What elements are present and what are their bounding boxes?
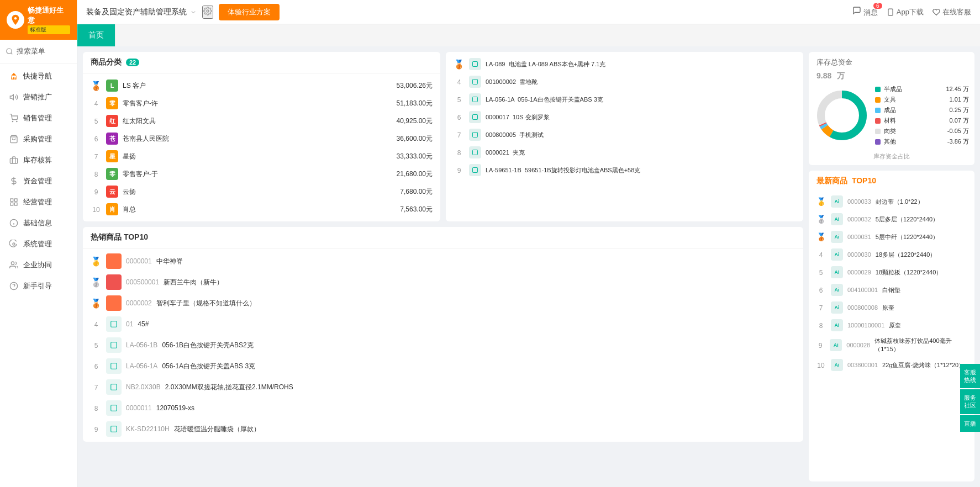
hot-name: 中华神脊 [156,257,183,266]
sidebar-item-home[interactable]: 快捷导航 [0,66,77,87]
hot-products-card: 热销商品 TOP10 🥇 0000001 中华神脊 🥈 000500001 新西… [83,227,803,442]
message-badge[interactable]: 6 消息 [852,6,878,18]
top-row: 商品分类 22 🥉 L LS 客户 53,006.26元 4 零 零售客户-许 … [83,52,803,221]
new-prod-name: 18颗粒板（1220*2440） [876,268,942,277]
app-download[interactable]: App下载 [887,7,924,17]
hot-name: 2.0X30MM双搓花轴,搓花直径2.1MM/ROHS [165,383,293,392]
sidebar-item-info[interactable]: 基础信息 [0,213,77,234]
tab-home[interactable]: 首页 [77,24,115,46]
new-prod-name: 封边带（1.0*22） [876,198,924,206]
sidebar-item-guide[interactable]: 新手引导 [0,276,77,297]
hot-product-img [106,337,122,353]
hot-name: 花语暖恒温分腿睡袋（厚款） [174,425,260,434]
legend-dot [875,108,881,113]
svg-rect-31 [111,384,117,390]
sidebar-item-collab[interactable]: 企业协同 [0,255,77,276]
sidebar-item-sales-label: 销售管理 [23,113,52,123]
message-label: 消息 [863,8,878,17]
legend-item: 肉类 -0.05 万 [875,126,969,136]
hot-rank-num: 🥈 [91,277,102,288]
rank-avatar: L [106,80,118,92]
chart-area: 半成品 12.45 万 文具 1.01 万 成品 0.25 万 材料 0.07 … [809,84,974,152]
product-img [469,111,481,123]
sidebar-item-marketing[interactable]: 营销推广 [0,87,77,108]
new-product-item: 6 Ai 004100001 白钢垫 [809,281,974,299]
new-prod-code: 0000031 [847,234,871,240]
rank-avatar: 云 [106,186,118,198]
new-prod-img: Ai [831,266,843,278]
hot-rank-num: 6 [91,362,102,370]
sidebar-item-system[interactable]: 系统管理 [0,234,77,255]
legend-label: 半成品 [884,85,946,93]
product-rank-item: 8 0000021 夹克 [446,144,803,161]
hot-product-img [106,274,122,290]
svg-point-3 [17,121,17,121]
hot-products-header: 热销商品 TOP10 [83,227,803,248]
product-img [469,76,481,88]
new-product-item: 9 Ai 0000028 体碱荔枝味苏打饮品400毫升（1*15） [809,334,974,356]
svg-rect-25 [473,133,478,137]
rank-number: 5 [454,96,465,104]
legend-item: 半成品 12.45 万 [875,84,969,94]
new-prod-rank: 🥇 [815,197,826,206]
rank-number: 8 [91,170,102,178]
rank-name: 红太阳文具 [123,117,392,126]
donut-chart [814,88,870,143]
legend-item: 成品 0.25 万 [875,105,969,115]
rank-number: 10 [91,205,102,214]
customer-rank-item: 🥉 L LS 客户 53,006.26元 [83,77,440,94]
new-prod-code: 0000030 [847,251,871,258]
new-prod-img: Ai [831,301,843,314]
legend-value: -3.86 万 [947,137,969,146]
new-prod-name: 原奎 [882,304,894,312]
nav-tabs: 首页 [77,24,980,46]
rank-number: 5 [91,117,102,125]
product-rank-item: 6 0000017 10S 变刹罗浆 [446,108,803,126]
rank-number: 9 [454,166,465,174]
hot-product-img [106,295,122,311]
sidebar-item-sales[interactable]: 销售管理 [0,108,77,129]
svg-rect-24 [473,115,478,120]
product-name: 000800005 手机测试 [486,131,795,139]
new-prod-img: Ai [831,319,843,331]
new-product-item: 🥉 Ai 0000031 5层中纤（1220*2440） [809,228,974,246]
float-service-label: 客服 [963,368,977,376]
search-menu-button[interactable]: 搜索菜单 [6,44,71,59]
rank-value: 7,680.00元 [400,187,433,197]
sidebar-item-management[interactable]: 经营管理 [0,192,77,213]
new-prod-img: Ai [830,339,842,351]
legend-label: 成品 [884,106,950,114]
legend-dot [875,118,881,124]
online-service[interactable]: 在线客服 [932,7,971,17]
float-service-btn[interactable]: 客服 热线 [960,364,980,389]
sidebar-item-finance[interactable]: 资金管理 [0,171,77,192]
rank-name: 苍南县人民医院 [123,134,392,144]
trial-btn[interactable]: 体验行业方案 [219,4,280,20]
new-prod-name: 5层中纤（1220*2440） [876,233,939,241]
rank-avatar: 零 [106,168,118,180]
new-prod-name: 5层多层（1220*2440） [876,215,939,224]
hot-product-img [106,253,122,269]
hot-product-item: 4 01 45# [83,314,803,335]
inventory-card: 库存总资金 9.88 万 [809,52,974,165]
svg-rect-32 [111,405,117,411]
chart-label: 库存资金占比 [809,152,974,165]
sidebar-search-area: 搜索菜单 [0,40,77,63]
customer-sales-title: 商品分类 [91,57,122,67]
sidebar-item-purchase[interactable]: 采购管理 [0,129,77,150]
new-prod-code: 000800008 [847,304,878,311]
svg-rect-30 [111,363,117,369]
hot-code: 01 [126,320,133,328]
new-product-item: 10 Ai 003800001 22g鱼豆腐-烧烤味（1*12*20） [809,356,974,374]
hot-product-img [106,316,122,332]
rank-name: 肖总 [123,205,396,214]
rank-value: 7,563.00元 [400,205,433,214]
float-community-btn[interactable]: 服务 社区 [960,389,980,414]
new-products-header: 最新商品 TOP10 [809,171,974,192]
sidebar-item-inventory[interactable]: 库存核算 [0,150,77,171]
settings-button[interactable] [202,6,213,19]
legend-item: 文具 1.01 万 [875,94,969,105]
finance-icon [9,176,19,186]
float-live-btn[interactable]: 直播 [960,415,980,432]
legend-value: 0.07 万 [950,117,969,125]
